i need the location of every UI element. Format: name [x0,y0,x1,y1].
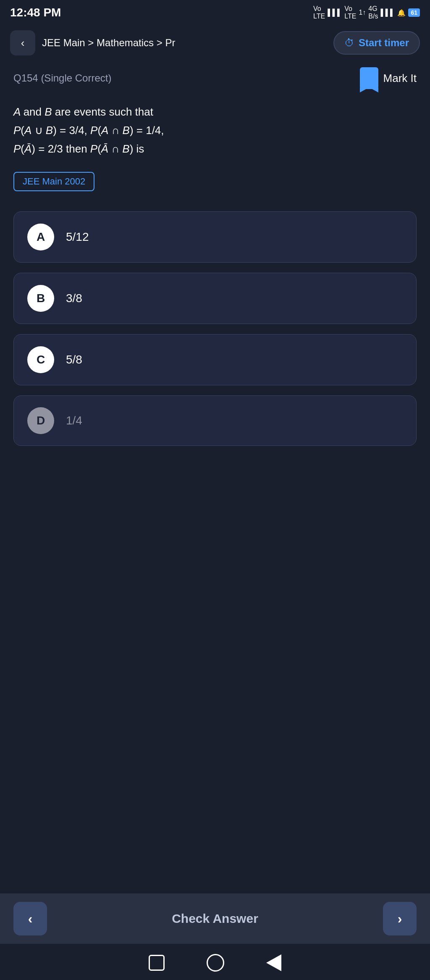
status-bar: 12:48 PM VoLTE ▌▌▌ VoLTE 1↑ 4GB/s ▌▌▌ 🔔 … [0,0,430,24]
mark-it-button[interactable]: Mark It [360,67,417,89]
option-d-badge: D [27,407,54,434]
lte-icon: VoLTE [313,5,325,20]
option-d-value: 1/4 [66,414,82,427]
back-icon: ‹ [21,37,25,50]
timer-label: Start timer [359,37,409,49]
option-b-value: 3/8 [66,292,82,305]
status-icons: VoLTE ▌▌▌ VoLTE 1↑ 4GB/s ▌▌▌ 🔔 61 [313,5,420,20]
square-nav-icon[interactable] [149,955,165,971]
prev-button[interactable]: ‹ [13,902,47,935]
lte2-icon: VoLTE [344,5,356,20]
option-c-badge: C [27,346,54,373]
question-number: Q154 (Single Correct) [13,72,111,84]
jee-tag: JEE Main 2002 [13,172,94,191]
option-a-badge: A [27,224,54,250]
signal-icon: ▌▌▌ [328,9,342,16]
home-nav-icon[interactable] [207,954,224,972]
timer-icon: ⏱ [344,37,354,49]
bookmark-icon [360,67,378,89]
options-container: A 5/12 B 3/8 C 5/8 D 1/4 [0,205,430,893]
question-text: A and B are events such that P(A ∪ B) = … [13,103,417,158]
question-line1: A and B are events such that [13,103,417,121]
battery-icon: 61 [408,8,420,17]
option-d-card[interactable]: D 1/4 [13,395,417,446]
option-b-card[interactable]: B 3/8 [13,273,417,324]
status-time: 12:48 PM [10,6,61,19]
next-icon: › [398,911,402,927]
wifi-icon: ▌▌▌ [380,9,395,16]
nav-bar: ‹ JEE Main > Mathematics > Pr ⏱ Start ti… [0,24,430,62]
tag-container: JEE Main 2002 [0,169,430,205]
option-b-badge: B [27,285,54,312]
question-line2: P(A ∪ B) = 3/4, P(A ∩ B) = 1/4, [13,121,417,140]
alarm-icon: 🔔 [397,9,406,17]
mark-it-label: Mark It [383,72,417,85]
breadcrumb: JEE Main > Mathematics > Pr [42,37,327,49]
next-button[interactable]: › [383,902,417,935]
option-a-value: 5/12 [66,230,89,244]
4g-icon: 4GB/s [368,5,378,20]
option-c-card[interactable]: C 5/8 [13,334,417,385]
start-timer-button[interactable]: ⏱ Start timer [333,31,420,55]
signal2-icon: 1↑ [359,9,366,16]
option-c-value: 5/8 [66,353,82,366]
bottom-bar: ‹ Check Answer › [0,893,430,944]
back-button[interactable]: ‹ [10,30,35,55]
question-header: Q154 (Single Correct) Mark It [0,62,430,96]
system-nav [0,944,430,980]
check-answer-label: Check Answer [47,912,383,926]
prev-icon: ‹ [28,911,33,927]
back-nav-icon[interactable] [266,954,281,971]
question-body: A and B are events such that P(A ∪ B) = … [0,96,430,169]
option-a-card[interactable]: A 5/12 [13,211,417,263]
question-line3: P(Ā) = 2/3 then P(Ā ∩ B) is [13,140,417,158]
